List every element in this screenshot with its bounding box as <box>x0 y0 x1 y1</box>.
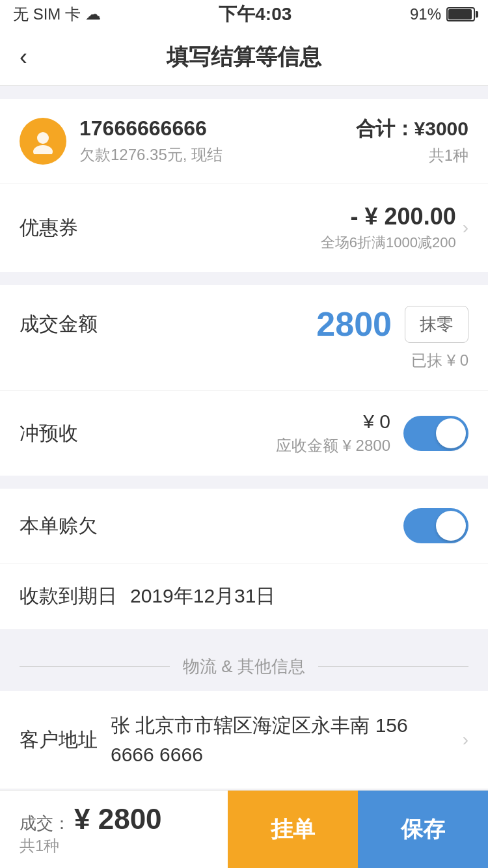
pending-button[interactable]: 挂单 <box>228 791 358 868</box>
avatar <box>20 118 66 165</box>
back-button[interactable]: ‹ <box>20 44 59 71</box>
battery-text: 91% <box>410 5 441 23</box>
divider-line-left <box>20 666 170 667</box>
prereceive-toggle[interactable] <box>403 416 468 451</box>
duedate-label: 收款到期日 <box>20 583 117 610</box>
coupon-right: - ¥ 200.00 全场6折满1000减200 › <box>321 203 468 252</box>
toggle-knob <box>436 418 466 448</box>
address-label: 客户地址 <box>20 727 98 753</box>
coupon-label: 优惠券 <box>20 215 78 241</box>
bottom-count: 共1种 <box>20 835 208 856</box>
customer-total: 合计：¥3000 共1种 <box>356 116 468 166</box>
debt-label: 本单赊欠 <box>20 513 98 539</box>
prereceive-sub: 应收金额 ¥ 2800 <box>276 435 390 456</box>
svg-point-1 <box>33 145 53 154</box>
sim-text: 无 SIM 卡 ☁ <box>13 4 101 25</box>
bottom-summary: 成交： ¥ 2800 共1种 <box>0 803 228 856</box>
logistics-label: 物流 & 其他信息 <box>183 655 305 678</box>
duedate-row: 收款到期日 2019年12月31日 <box>0 563 488 629</box>
bottom-deal-label: 成交： <box>20 812 70 835</box>
round-button[interactable]: 抹零 <box>405 306 468 343</box>
coupon-chevron-icon: › <box>463 217 468 238</box>
amount-sub: 已抹 ¥ 0 <box>20 350 468 371</box>
coupon-desc: 全场6折满1000减200 <box>321 233 456 252</box>
amount-right: 2800 抹零 <box>316 305 468 344</box>
bottom-bar: 成交： ¥ 2800 共1种 挂单 保存 <box>0 790 488 868</box>
amount-row: 成交金额 2800 抹零 <box>20 305 468 344</box>
bottom-actions: 挂单 保存 <box>228 791 488 868</box>
total-amount: 合计：¥3000 <box>356 116 468 142</box>
customer-phone: 17666666666 <box>79 116 223 141</box>
customer-left: 17666666666 欠款1276.35元, 现结 <box>20 116 223 165</box>
status-time: 下午4:03 <box>219 2 291 27</box>
coupon-row[interactable]: 优惠券 - ¥ 200.00 全场6折满1000减200 › <box>0 183 488 272</box>
prereceive-info: ¥ 0 应收金额 ¥ 2800 <box>276 411 390 456</box>
save-button[interactable]: 保存 <box>358 791 488 868</box>
prereceive-amount: ¥ 0 <box>276 411 390 433</box>
customer-debt: 欠款1276.35元, 现结 <box>79 144 223 165</box>
bottom-price: ¥ 2800 <box>74 803 162 835</box>
debt-toggle[interactable] <box>403 508 468 543</box>
divider-line-right <box>318 666 468 667</box>
duedate-value: 2019年12月31日 <box>130 583 275 610</box>
section-divider-4 <box>0 629 488 642</box>
coupon-info: - ¥ 200.00 全场6折满1000减200 <box>321 203 456 252</box>
section-divider-2 <box>0 272 488 285</box>
total-count: 共1种 <box>356 145 468 166</box>
section-divider-3 <box>0 476 488 489</box>
debt-row: 本单赊欠 <box>0 489 488 563</box>
address-row[interactable]: 客户地址 张 北京市市辖区海淀区永丰南 156 6666 6666 › <box>0 691 488 789</box>
customer-info-row: 17666666666 欠款1276.35元, 现结 合计：¥3000 共1种 <box>0 99 488 183</box>
amount-section: 成交金额 2800 抹零 已抹 ¥ 0 <box>0 285 488 390</box>
transaction-amount: 2800 <box>316 305 392 344</box>
address-value: 张 北京市市辖区海淀区永丰南 156 6666 6666 <box>111 711 450 769</box>
customer-details: 17666666666 欠款1276.35元, 现结 <box>79 116 223 165</box>
prereceive-label: 冲预收 <box>20 420 78 447</box>
status-bar: 无 SIM 卡 ☁ 下午4:03 91% <box>0 0 488 29</box>
prereceive-row: 冲预收 ¥ 0 应收金额 ¥ 2800 <box>0 390 488 476</box>
battery-icon <box>446 7 475 21</box>
svg-point-0 <box>37 132 49 144</box>
status-right: 91% <box>410 5 475 23</box>
prereceive-right: ¥ 0 应收金额 ¥ 2800 <box>276 411 468 456</box>
amount-label: 成交金额 <box>20 311 98 338</box>
nav-bar: ‹ 填写结算等信息 <box>0 29 488 86</box>
logistics-divider: 物流 & 其他信息 <box>0 642 488 691</box>
bottom-deal-row: 成交： ¥ 2800 <box>20 803 208 835</box>
debt-toggle-knob <box>436 511 466 541</box>
address-chevron-icon: › <box>463 729 468 750</box>
coupon-amount: - ¥ 200.00 <box>321 203 456 230</box>
status-left: 无 SIM 卡 ☁ <box>13 4 101 25</box>
section-divider-1 <box>0 86 488 99</box>
page-title: 填写结算等信息 <box>167 42 321 72</box>
